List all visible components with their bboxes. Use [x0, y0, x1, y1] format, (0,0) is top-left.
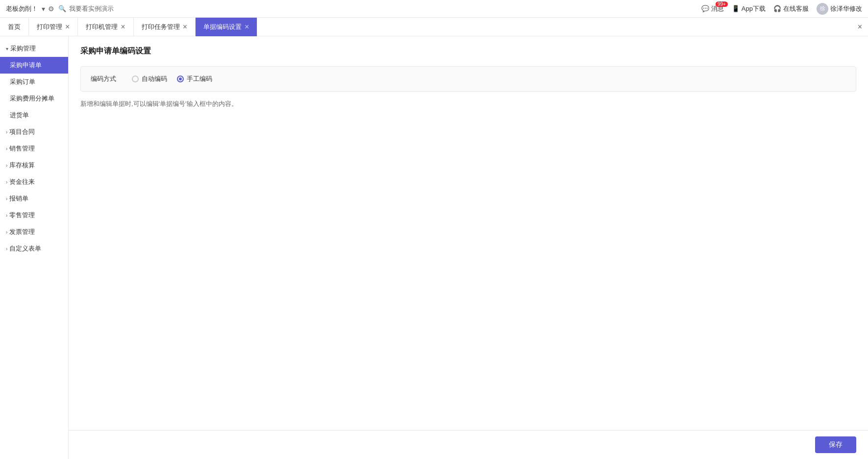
top-bar-icons: ▾ ⚙ [42, 5, 54, 13]
tab-print-task-mgmt[interactable]: 打印任务管理 × [134, 18, 196, 36]
sidebar-item-purchase-expense-label: 采购费用分摊单 [10, 95, 54, 102]
avatar: 徐 [817, 3, 828, 15]
tab-print-task-close[interactable]: × [183, 23, 187, 31]
main-layout: ▾ 采购管理 采购申请单 采购订单 采购费用分摊单 进货单 › 项目合同 [0, 36, 868, 459]
content-footer: 保存 [69, 430, 868, 459]
sidebar-group-fund-title[interactable]: › 资金往来 [0, 174, 68, 190]
sidebar-group-project: › 项目合同 [0, 124, 68, 140]
top-bar: 老板勿削！ ▾ ⚙ 🔍 我要看实例演示 💬 消息 99+ 📱 App下载 🎧 在… [0, 0, 868, 18]
brand-title: 老板勿削！ [6, 4, 38, 13]
tab-printer-mgmt[interactable]: 打印机管理 × [78, 18, 133, 36]
sidebar-group-retail: › 零售管理 [0, 207, 68, 224]
sidebar-item-purchase-request[interactable]: 采购申请单 [0, 57, 68, 74]
chevron-right-icon-5: › [6, 196, 7, 202]
top-bar-right: 💬 消息 99+ 📱 App下载 🎧 在线客服 徐 徐泽华修改 [701, 3, 862, 15]
tab-print-mgmt-close[interactable]: × [65, 23, 70, 31]
sidebar-group-custom-form-title[interactable]: › 自定义表单 [0, 240, 68, 257]
chevron-right-icon-4: › [6, 179, 7, 185]
sidebar-group-sales-label: 销售管理 [9, 144, 35, 153]
search-icon: 🔍 [58, 5, 66, 12]
save-button[interactable]: 保存 [815, 436, 856, 453]
sidebar-group-project-label: 项目合同 [9, 128, 35, 136]
sidebar-item-stock-in-label: 进货单 [10, 111, 29, 119]
message-button[interactable]: 💬 消息 99+ [701, 4, 724, 13]
tab-voucher-code-label: 单据编码设置 [203, 23, 242, 31]
sidebar-group-sales-title[interactable]: › 销售管理 [0, 140, 68, 157]
tab-home-label: 首页 [8, 23, 21, 31]
chevron-down-icon: ▾ [6, 46, 8, 51]
tab-print-mgmt-label: 打印管理 [37, 23, 62, 31]
tab-print-task-mgmt-label: 打印任务管理 [142, 23, 180, 31]
tab-print-mgmt[interactable]: 打印管理 × [29, 18, 78, 36]
sidebar-group-expense-label: 报销单 [9, 194, 28, 203]
sidebar-group-purchase-title[interactable]: ▾ 采购管理 [0, 40, 68, 57]
search-text: 我要看实例演示 [69, 4, 114, 13]
dropdown-icon[interactable]: ▾ [42, 5, 45, 13]
sidebar-group-purchase: ▾ 采购管理 采购申请单 采购订单 采购费用分摊单 进货单 [0, 40, 68, 124]
sidebar-group-inventory-title[interactable]: › 库存核算 [0, 157, 68, 174]
message-icon: 💬 [701, 5, 709, 12]
sidebar-group-fund: › 资金往来 [0, 174, 68, 190]
radio-manual-label: 手工编码 [187, 75, 212, 83]
hint-text: 新增和编辑单据时,可以编辑'单据编号'输入框中的内容。 [80, 100, 856, 108]
settings-icon[interactable]: ⚙ [48, 5, 54, 13]
sidebar-group-retail-title[interactable]: › 零售管理 [0, 207, 68, 224]
sidebar-group-custom-form-label: 自定义表单 [9, 244, 41, 253]
top-bar-left: 老板勿削！ ▾ ⚙ 🔍 我要看实例演示 [6, 4, 114, 13]
user-name: 徐泽华修改 [830, 4, 862, 13]
sidebar-group-invoice: › 发票管理 [0, 224, 68, 240]
app-icon: 📱 [732, 5, 740, 12]
chevron-right-icon-7: › [6, 230, 7, 235]
sidebar-group-retail-label: 零售管理 [9, 211, 35, 220]
tab-voucher-code[interactable]: 单据编码设置 × [196, 18, 257, 36]
tab-bar: 首页 打印管理 × 打印机管理 × 打印任务管理 × 单据编码设置 × × [0, 18, 868, 36]
radio-manual-circle [177, 76, 184, 82]
sidebar-group-expense-title[interactable]: › 报销单 [0, 190, 68, 207]
sidebar-group-invoice-label: 发票管理 [9, 228, 35, 236]
sidebar-item-purchase-request-label: 采购申请单 [10, 61, 42, 69]
encoding-section: 编码方式 自动编码 手工编码 [80, 66, 856, 92]
encoding-row: 编码方式 自动编码 手工编码 [91, 75, 846, 83]
sidebar-item-purchase-order[interactable]: 采购订单 [0, 74, 68, 90]
sidebar: ▾ 采购管理 采购申请单 采购订单 采购费用分摊单 进货单 › 项目合同 [0, 36, 69, 459]
online-service-button[interactable]: 🎧 在线客服 [773, 4, 809, 13]
sidebar-item-stock-in[interactable]: 进货单 [0, 107, 68, 124]
tab-bar-close-all[interactable]: × [852, 23, 868, 31]
sidebar-group-purchase-label: 采购管理 [10, 44, 36, 53]
app-download-button[interactable]: 📱 App下载 [732, 4, 766, 13]
sidebar-group-custom-form: › 自定义表单 [0, 240, 68, 257]
sidebar-group-fund-label: 资金往来 [9, 178, 35, 186]
radio-auto-label: 自动编码 [142, 75, 167, 83]
user-menu[interactable]: 徐 徐泽华修改 [817, 3, 862, 15]
service-icon: 🎧 [773, 5, 781, 12]
radio-auto-circle [132, 76, 139, 82]
online-service-label: 在线客服 [783, 4, 809, 13]
encoding-label: 编码方式 [91, 75, 120, 83]
sidebar-group-invoice-title[interactable]: › 发票管理 [0, 224, 68, 240]
content-inner: 采购申请单编码设置 编码方式 自动编码 手工编码 [69, 36, 868, 430]
sidebar-item-purchase-expense[interactable]: 采购费用分摊单 [0, 90, 68, 107]
sidebar-group-sales: › 销售管理 [0, 140, 68, 157]
app-download-label: App下载 [742, 4, 766, 13]
sidebar-group-inventory-label: 库存核算 [9, 161, 35, 170]
radio-group: 自动编码 手工编码 [132, 75, 212, 83]
tab-printer-mgmt-label: 打印机管理 [86, 23, 118, 31]
sidebar-group-expense: › 报销单 [0, 190, 68, 207]
sidebar-item-purchase-order-label: 采购订单 [10, 78, 35, 85]
chevron-right-icon-6: › [6, 213, 7, 218]
tab-voucher-code-close[interactable]: × [245, 23, 249, 31]
search-bar[interactable]: 🔍 我要看实例演示 [58, 4, 114, 13]
tab-printer-mgmt-close[interactable]: × [121, 23, 125, 31]
tab-home[interactable]: 首页 [0, 18, 29, 36]
chevron-right-icon: › [6, 129, 7, 135]
sidebar-group-project-title[interactable]: › 项目合同 [0, 124, 68, 140]
radio-manual-code[interactable]: 手工编码 [177, 75, 212, 83]
sidebar-group-inventory: › 库存核算 [0, 157, 68, 174]
chevron-right-icon-3: › [6, 163, 7, 168]
message-badge: 99+ [716, 1, 728, 7]
chevron-right-icon-2: › [6, 146, 7, 152]
radio-auto-code[interactable]: 自动编码 [132, 75, 167, 83]
chevron-right-icon-8: › [6, 246, 7, 252]
content-area: 采购申请单编码设置 编码方式 自动编码 手工编码 [69, 36, 868, 459]
page-title: 采购申请单编码设置 [80, 46, 856, 56]
